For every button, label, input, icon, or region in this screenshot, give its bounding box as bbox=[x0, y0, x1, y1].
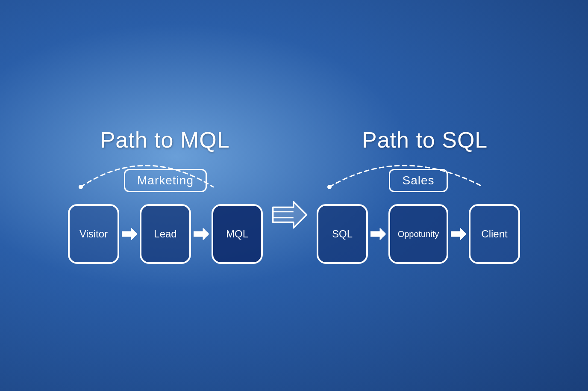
right-title: Path to SQL bbox=[362, 127, 488, 153]
left-title: Path to MQL bbox=[100, 127, 230, 153]
left-nodes-row: Visitor Lead bbox=[68, 204, 263, 264]
diagram-area: Marketing Visitor Lead bbox=[0, 166, 588, 264]
lead-node: Lead bbox=[140, 204, 191, 264]
small-arrow-svg-4 bbox=[451, 228, 466, 240]
opportunity-node: Oppotunity bbox=[388, 204, 448, 264]
sql-node: SQL bbox=[317, 204, 368, 264]
main-container: Path to MQL Path to SQL Marketing Visit bbox=[0, 0, 588, 391]
visitor-node: Visitor bbox=[68, 204, 119, 264]
right-nodes-row: SQL Oppotunity bbox=[317, 204, 520, 264]
left-section: Marketing Visitor Lead bbox=[68, 166, 263, 264]
svg-marker-7 bbox=[451, 228, 466, 240]
marketing-label: Marketing bbox=[124, 169, 207, 192]
big-arrow-mql-sql bbox=[270, 200, 309, 230]
arrow-lead-mql bbox=[194, 228, 209, 240]
titles-row: Path to MQL Path to SQL bbox=[0, 127, 588, 153]
arrow-visitor-lead bbox=[122, 228, 137, 240]
small-arrow-svg-3 bbox=[370, 228, 386, 240]
marketing-label-area: Marketing bbox=[68, 166, 263, 196]
sales-label-area: Sales bbox=[317, 166, 520, 196]
sales-label: Sales bbox=[389, 169, 447, 192]
small-arrow-svg bbox=[122, 228, 137, 240]
arrow-opp-client bbox=[451, 228, 466, 240]
arrow-sql-opp bbox=[370, 228, 386, 240]
big-double-arrow-svg bbox=[270, 200, 309, 230]
svg-point-0 bbox=[79, 185, 83, 189]
client-node: Client bbox=[469, 204, 520, 264]
svg-point-5 bbox=[327, 185, 332, 189]
small-arrow-svg-2 bbox=[194, 228, 209, 240]
svg-marker-1 bbox=[122, 228, 137, 240]
svg-marker-2 bbox=[194, 228, 209, 240]
svg-marker-6 bbox=[370, 228, 386, 240]
mql-node: MQL bbox=[212, 204, 263, 264]
right-section: Sales SQL Oppotunity bbox=[317, 166, 520, 264]
